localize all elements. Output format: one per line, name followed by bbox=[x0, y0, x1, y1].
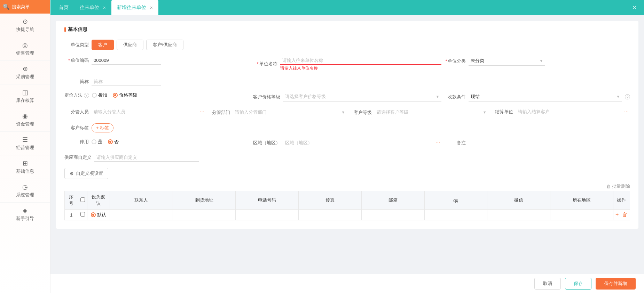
col-region: 所在地区 bbox=[550, 191, 613, 210]
supplier-custom-input[interactable] bbox=[94, 153, 199, 162]
unit-category-select[interactable]: 未分类 ▼ bbox=[469, 56, 545, 66]
row-contact[interactable] bbox=[110, 210, 173, 220]
row-address-input[interactable] bbox=[175, 212, 234, 218]
row-region-input[interactable] bbox=[552, 212, 611, 218]
quick-nav-icon: ⊙ bbox=[23, 18, 28, 25]
row-region[interactable] bbox=[550, 210, 613, 220]
unit-name-input[interactable] bbox=[280, 56, 442, 65]
customer-price-label: 客户价格等级 bbox=[253, 94, 280, 100]
row-fax-input[interactable] bbox=[301, 212, 359, 218]
sidebar-item-inventory[interactable]: ◫ 库存核算 bbox=[0, 84, 50, 108]
tab-partners-close[interactable]: ✕ bbox=[103, 6, 106, 10]
settlement-input[interactable] bbox=[516, 108, 620, 116]
settlement-more-icon[interactable]: ··· bbox=[623, 109, 630, 115]
manager-more-icon[interactable]: ··· bbox=[198, 109, 206, 115]
unit-btn-supplier[interactable]: 供应商 bbox=[117, 40, 143, 50]
customer-level-chevron-icon: ▼ bbox=[483, 110, 487, 114]
row-default-radio-item[interactable]: 默认 bbox=[91, 212, 106, 218]
unit-btn-customer[interactable]: 客户 bbox=[92, 40, 114, 50]
tab-new-partner[interactable]: 新增往来单位 ✕ bbox=[111, 0, 158, 15]
tab-partners[interactable]: 往来单位 ✕ bbox=[74, 0, 111, 15]
pricing-method-label: 定价方法 ? bbox=[64, 92, 89, 98]
row-phone-input[interactable] bbox=[238, 212, 296, 218]
department-select[interactable]: 请输入分管部门 ▼ bbox=[233, 108, 347, 117]
row-address[interactable] bbox=[173, 210, 236, 220]
short-name-input[interactable] bbox=[92, 78, 161, 86]
row-email-input[interactable] bbox=[364, 212, 422, 218]
basic-info-card: 基本信息 单位类型 客户 供应商 客户/供应商 *单位编码 bbox=[56, 21, 638, 229]
col-wechat: 微信 bbox=[487, 191, 550, 210]
sidebar-item-basic[interactable]: ⊞ 基础信息 bbox=[0, 155, 50, 179]
unit-name-label: *单位名称 bbox=[253, 61, 277, 67]
customer-level-select[interactable]: 请选择客户等级 ▼ bbox=[375, 108, 489, 117]
remark-input[interactable] bbox=[469, 139, 630, 147]
close-all-tabs[interactable]: ✕ bbox=[628, 4, 641, 11]
search-menu-item[interactable]: 🔍 搜索菜单 bbox=[0, 0, 50, 14]
category-chevron-icon: ▼ bbox=[539, 59, 543, 63]
row-seq: 1 bbox=[65, 210, 78, 220]
payment-help-icon[interactable]: ? bbox=[625, 94, 630, 99]
sidebar-item-sales[interactable]: ◎ 销售管理 bbox=[0, 37, 50, 61]
unit-category-label: *单位分类 bbox=[441, 58, 466, 64]
sidebar-item-operations[interactable]: ☰ 经营管理 bbox=[0, 132, 50, 155]
customer-level-label: 客户等级 bbox=[347, 109, 372, 116]
unit-code-input[interactable] bbox=[92, 56, 161, 65]
sidebar: 🔍 搜索菜单 ⊙ 快捷导航 ◎ 销售管理 ⊕ 采购管理 ◫ 库存核算 ◉ 资金管… bbox=[0, 0, 50, 293]
custom-settings-button[interactable]: ⚙ 自定义项设置 bbox=[64, 168, 108, 179]
unit-type-buttons: 客户 供应商 客户/供应商 bbox=[92, 40, 183, 50]
cancel-button[interactable]: 取消 bbox=[534, 278, 561, 290]
title-bar bbox=[64, 27, 66, 32]
sidebar-item-finance[interactable]: ◉ 资金管理 bbox=[0, 108, 50, 132]
sidebar-item-guide[interactable]: ◈ 新手引导 bbox=[0, 203, 50, 226]
row-checkbox-cell bbox=[78, 210, 87, 220]
pricing-level-radio bbox=[113, 93, 118, 98]
department-chevron-icon: ▼ bbox=[341, 110, 345, 114]
save-button[interactable]: 保存 bbox=[565, 278, 591, 290]
row-wechat-input[interactable] bbox=[489, 212, 548, 218]
customer-price-select[interactable]: 请选择客户价格等级 ▼ bbox=[283, 92, 442, 101]
del-row-button[interactable]: 🗑 bbox=[622, 212, 628, 218]
save-new-button[interactable]: 保存并新增 bbox=[596, 278, 636, 290]
pricing-discount-option[interactable]: 折扣 bbox=[92, 92, 107, 98]
row-checkbox[interactable] bbox=[80, 212, 85, 217]
row-phone[interactable] bbox=[236, 210, 299, 220]
col-qq: qq bbox=[424, 191, 487, 210]
region-more-icon[interactable]: ··· bbox=[434, 140, 441, 146]
disabled-yes-option[interactable]: 是 bbox=[92, 139, 102, 145]
gear-icon: ⚙ bbox=[70, 171, 74, 176]
row-qq-input[interactable] bbox=[427, 212, 485, 218]
code-name-category-row: *单位编码 *单位名称 请输入往来单位名称 *单位分类 bbox=[64, 56, 630, 71]
payment-terms-select[interactable]: 现结 ▼ bbox=[469, 92, 622, 101]
row-email[interactable] bbox=[361, 210, 424, 220]
add-tag-button[interactable]: + 标签 bbox=[92, 123, 113, 132]
pricing-help-icon[interactable]: ? bbox=[84, 93, 89, 98]
unit-btn-both[interactable]: 客户/供应商 bbox=[146, 40, 183, 50]
bulk-delete-label[interactable]: 批量删除 bbox=[612, 183, 630, 189]
sidebar-item-system[interactable]: ◷ 系统管理 bbox=[0, 179, 50, 203]
tab-home[interactable]: 首页 bbox=[53, 0, 74, 15]
disabled-no-option[interactable]: 否 bbox=[108, 139, 119, 145]
row-qq[interactable] bbox=[424, 210, 487, 220]
col-checkbox bbox=[78, 191, 87, 210]
manager-input[interactable] bbox=[92, 108, 196, 116]
remark-field: 备注 bbox=[441, 139, 630, 147]
pricing-row: 定价方法 ? 折扣 价格等级 客户 bbox=[64, 92, 630, 101]
col-default: 设为默认 bbox=[87, 191, 110, 210]
tag-row: 客户标签 + 标签 bbox=[64, 123, 630, 132]
contacts-table: 序号 设为默认 联系人 到货地址 电话号码 传真 邮箱 qq 微信 所在地区 bbox=[64, 191, 630, 220]
col-address: 到货地址 bbox=[173, 191, 236, 210]
add-row-button[interactable]: + bbox=[615, 212, 619, 218]
section-title: 基本信息 bbox=[64, 26, 630, 33]
col-fax: 传真 bbox=[299, 191, 362, 210]
region-input[interactable] bbox=[283, 139, 431, 147]
tab-new-partner-close[interactable]: ✕ bbox=[150, 6, 153, 10]
row-wechat[interactable] bbox=[487, 210, 550, 220]
sidebar-item-purchase[interactable]: ⊕ 采购管理 bbox=[0, 61, 50, 84]
short-name-field: 简称 bbox=[64, 78, 630, 86]
pricing-level-option[interactable]: 价格等级 bbox=[113, 92, 137, 98]
select-all-checkbox[interactable] bbox=[80, 197, 85, 202]
row-fax[interactable] bbox=[299, 210, 362, 220]
row-contact-input[interactable] bbox=[112, 212, 171, 218]
sidebar-item-quick-nav[interactable]: ⊙ 快捷导航 bbox=[0, 14, 50, 37]
tag-field: 客户标签 + 标签 bbox=[64, 123, 630, 132]
